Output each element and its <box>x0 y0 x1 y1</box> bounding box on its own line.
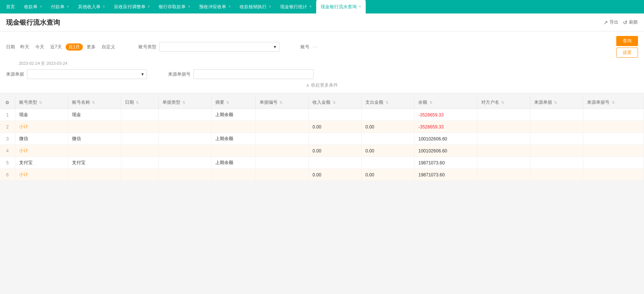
close-icon[interactable]: × <box>188 0 190 13</box>
nav-tab-adjust[interactable]: 应收应付调整单 × <box>110 0 155 13</box>
close-icon[interactable]: × <box>228 0 231 13</box>
cell-income <box>309 133 362 145</box>
cell-num: 2 <box>0 121 15 133</box>
cell-date <box>121 109 158 121</box>
cell-account-type: 现金 <box>15 109 68 121</box>
date-label: 日期 <box>6 44 15 50</box>
table-row: 5 支付宝 支付宝 上期余额 19871073.60 <box>0 157 644 169</box>
nav-tab-stats[interactable]: 现金银行统计 × <box>276 0 316 13</box>
sort-icon: ⇅ <box>554 100 557 104</box>
col-date[interactable]: 日期 ⇅ <box>121 96 158 109</box>
date-btn-7days[interactable]: 近7天 <box>48 43 64 51</box>
sort-icon: ⇅ <box>429 100 432 104</box>
date-btn-today[interactable]: 今天 <box>33 43 47 51</box>
account-label: 账号 <box>300 44 309 50</box>
nav-tab-fudan[interactable]: 付款单 × <box>47 0 74 13</box>
account-type-label: 账号类型 <box>138 44 156 50</box>
close-icon[interactable]: × <box>40 0 42 13</box>
cell-source-doc <box>530 157 583 169</box>
cell-doc-no <box>256 133 309 145</box>
col-summary[interactable]: 摘要 ⇅ <box>211 96 255 109</box>
date-btn-more[interactable]: 更多 <box>84 43 98 51</box>
col-expense[interactable]: 支出金额 ⇅ <box>362 96 414 109</box>
cell-account-type: 小计 <box>15 169 68 181</box>
source-doc-select[interactable]: ▾ <box>27 69 147 79</box>
cell-source-doc <box>530 121 583 133</box>
col-source-doc-no[interactable]: 来源单据号 ⇅ <box>583 96 644 109</box>
header-actions: ↗ 导出 ↺ 刷新 <box>603 19 638 25</box>
date-btn-yesterday[interactable]: 昨天 <box>18 43 32 51</box>
gear-icon[interactable]: ⚙ <box>5 100 9 105</box>
refresh-button[interactable]: ↺ 刷新 <box>623 19 638 25</box>
date-btn-custom[interactable]: 自定义 <box>99 43 117 51</box>
nav-tab-prepay[interactable]: 预收冲应收单 × <box>195 0 235 13</box>
table-row: 6 小计 0.00 0.00 19871073.60 <box>0 169 644 181</box>
nav-home[interactable]: 首页 <box>2 0 20 13</box>
cell-expense <box>362 133 414 145</box>
date-filter: 日期 昨天 今天 近7天 近1月 更多 自定义 <box>6 43 117 51</box>
table-row: 2 小计 0.00 0.00 -3528659.33 <box>0 121 644 133</box>
close-icon[interactable]: × <box>67 0 69 13</box>
nav-tab-others[interactable]: 其他收入单 × <box>74 0 110 13</box>
cell-doc-no <box>256 109 309 121</box>
table-body: 1 现金 现金 上期余额 -3528659.33 2 小计 0.00 0.00 … <box>0 109 644 181</box>
nav-tab-bank[interactable]: 银行存取款单 × <box>154 0 195 13</box>
close-icon[interactable]: × <box>103 0 105 13</box>
nav-tab-shoudan[interactable]: 收款单 × <box>20 0 47 13</box>
cell-date <box>121 133 158 145</box>
cell-account-type: 小计 <box>15 145 68 157</box>
col-doc-no[interactable]: 单据编号 ⇅ <box>256 96 309 109</box>
col-counterpart[interactable]: 对方户名 ⇅ <box>477 96 530 109</box>
source-doc-no-input[interactable] <box>194 69 314 79</box>
col-balance[interactable]: 余额 ⇅ <box>414 96 477 109</box>
cell-summary <box>211 169 255 181</box>
col-account-type[interactable]: 账号类型 ⇅ <box>15 96 68 109</box>
source-doc-no-filter: 来源单据号 <box>168 69 314 79</box>
cell-num: 4 <box>0 145 15 157</box>
page-title: 现金银行流水查询 <box>6 18 60 27</box>
cell-source-doc <box>530 133 583 145</box>
nav-tab-verify[interactable]: 收款核销执行 × <box>235 0 276 13</box>
cell-account-name <box>68 145 121 157</box>
account-type-filter: 账号类型 ▾ <box>138 42 279 52</box>
cell-account-type: 支付宝 <box>15 157 68 169</box>
cell-account-type: 微信 <box>15 133 68 145</box>
cell-balance: 100102606.60 <box>414 133 477 145</box>
collapse-bar[interactable]: ∧ 收起更多条件 <box>6 82 638 88</box>
sort-icon: ⇅ <box>226 100 229 104</box>
account-more-btn[interactable]: ··· <box>312 44 318 49</box>
cell-source-doc-no <box>583 121 644 133</box>
close-icon[interactable]: × <box>309 0 312 13</box>
account-type-select[interactable]: ▾ <box>159 42 279 52</box>
close-icon[interactable]: × <box>359 0 361 13</box>
nav-tab-cashflow[interactable]: 现金银行流水查询 × <box>316 0 366 13</box>
cell-source-doc <box>530 169 583 181</box>
col-source-doc[interactable]: 来源单据 ⇅ <box>530 96 583 109</box>
cell-doc-no <box>256 121 309 133</box>
cell-summary: 上期余额 <box>211 157 255 169</box>
cell-account-type: 小计 <box>15 121 68 133</box>
sort-icon: ⇅ <box>501 100 504 104</box>
export-button[interactable]: ↗ 导出 <box>603 19 618 25</box>
query-button[interactable]: 查询 <box>616 36 638 46</box>
action-buttons: 查询 设置 <box>616 36 638 58</box>
setting-button[interactable]: 设置 <box>616 48 638 58</box>
table-row: 3 微信 微信 上期余额 100102606.60 <box>0 133 644 145</box>
close-icon[interactable]: × <box>269 0 271 13</box>
cell-expense: 0.00 <box>362 169 414 181</box>
cell-num: 3 <box>0 133 15 145</box>
col-doc-type[interactable]: 单据类型 ⇅ <box>158 96 211 109</box>
cell-income: 0.00 <box>309 169 362 181</box>
cell-balance: 100102606.60 <box>414 145 477 157</box>
cell-num: 1 <box>0 109 15 121</box>
close-icon[interactable]: × <box>148 0 150 13</box>
date-options: 昨天 今天 近7天 近1月 更多 自定义 <box>18 43 117 51</box>
cell-counterpart <box>477 109 530 121</box>
date-btn-1month[interactable]: 近1月 <box>66 43 83 51</box>
col-income[interactable]: 收入金额 ⇅ <box>309 96 362 109</box>
col-account-name[interactable]: 账号名称 ⇅ <box>68 96 121 109</box>
col-gear[interactable]: ⚙ <box>0 96 15 109</box>
date-range-display: 2023-02-24 至 2023-03-24 <box>17 61 638 66</box>
cell-source-doc-no <box>583 145 644 157</box>
sort-icon: ⇅ <box>612 100 615 104</box>
